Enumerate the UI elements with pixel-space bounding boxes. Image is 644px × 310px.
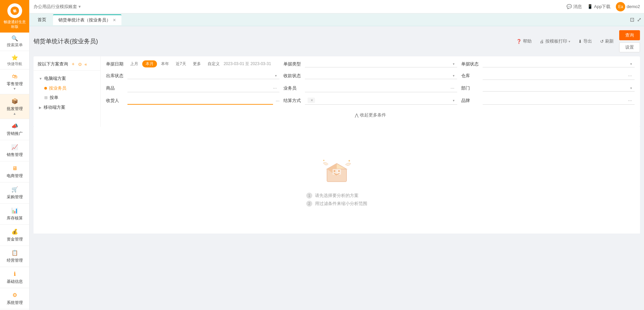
add-scheme-btn[interactable]: ＋: [71, 61, 75, 67]
tree-item-mobile-label: 移动端方案: [44, 104, 65, 110]
tip-text-1: 请先选择要分析的方案: [315, 193, 359, 199]
tab-sales-stats[interactable]: 销货单统计表（按业务员） ✕: [53, 14, 121, 25]
tree-item-mobile-arrow: ▶: [39, 106, 42, 109]
svg-point-7: [338, 170, 340, 172]
retail-icon: 🛍: [11, 73, 18, 80]
wholesale-icon: 📦: [11, 98, 18, 105]
settlement-tag-close[interactable]: ×: [311, 98, 313, 103]
sidebar-search-label: 搜索菜单: [7, 42, 23, 48]
tab-home[interactable]: 首页: [32, 15, 52, 25]
filter-doc-type: 单据类型 ▾: [283, 61, 457, 67]
user-profile[interactable]: Ea demo2: [616, 2, 640, 11]
system-icon: ⚙: [11, 292, 18, 299]
sidebar-item-sales[interactable]: 📈 销售管理: [0, 140, 29, 161]
warehouse-select[interactable]: ···: [483, 71, 635, 80]
collapse-btn[interactable]: ⋀ 收起更多条件: [351, 110, 390, 120]
date-btn-custom[interactable]: 自定义: [205, 60, 222, 67]
sidebar-item-purchase[interactable]: 🛒 采购管理: [0, 183, 29, 204]
query-button[interactable]: 查询: [619, 30, 640, 40]
tab-maximize-btn[interactable]: ⤢: [637, 16, 641, 23]
brand-select[interactable]: ···: [483, 96, 635, 105]
messages-label: 消息: [573, 4, 582, 10]
date-quick-btns: 上月 本月 本年 近7天 更多 自定义 2023-03-01 至 2023-03…: [127, 60, 271, 67]
warehouse-dots[interactable]: ···: [628, 73, 632, 78]
print-label: 按模板打印: [545, 38, 567, 44]
refresh-btn[interactable]: ↺ 刷新: [597, 37, 616, 46]
collect-status-select[interactable]: ▾: [305, 72, 457, 79]
help-btn[interactable]: ❓ 帮助: [514, 37, 534, 46]
brand-dots[interactable]: ···: [628, 98, 632, 103]
breadcrumb-text: 办公用品行业模拟账套: [34, 4, 77, 10]
user-name: demo2: [627, 4, 640, 9]
doc-status-select[interactable]: ▾: [483, 61, 635, 67]
settlement-select[interactable]: × ▾: [305, 96, 457, 105]
topnav-right: 💬 消息 📱 App下载 Ea demo2: [567, 2, 640, 11]
date-label: 单据日期: [106, 61, 125, 67]
sidebar-item-quick-nav[interactable]: ⭐ 快捷导航: [0, 51, 29, 69]
finance-label: 资金管理: [7, 237, 23, 242]
app-download-btn[interactable]: 📱 App下载: [587, 4, 610, 10]
dept-arrow: ▾: [630, 86, 632, 90]
breadcrumb-dropdown-icon[interactable]: ▾: [78, 4, 81, 9]
tree-item-pc[interactable]: ▼ 电脑端方案: [34, 73, 100, 84]
help-icon: ❓: [516, 39, 522, 44]
logo-text: 畅捷通好生意 标版: [2, 19, 27, 29]
date-btn-this-year[interactable]: 本年: [158, 60, 172, 67]
salesperson-select[interactable]: ···: [305, 84, 457, 92]
out-status-select[interactable]: ▾: [127, 72, 279, 79]
collapse-scheme-btn[interactable]: «: [85, 62, 87, 67]
ecommerce-label: 电商管理: [7, 173, 23, 179]
tree-child-by-salesperson[interactable]: 按业务员: [34, 84, 100, 93]
tab-close-btn[interactable]: ✕: [113, 18, 116, 22]
goods-select[interactable]: ···: [127, 84, 279, 92]
export-icon: ⬇: [578, 39, 582, 44]
date-btn-last-month[interactable]: 上月: [127, 60, 141, 67]
tree-item-mobile[interactable]: ▶ 移动端方案: [34, 102, 100, 112]
tree-child-order-label: 按单: [50, 95, 58, 101]
doc-type-select[interactable]: ▾: [305, 61, 457, 67]
settlement-label: 结算方式: [283, 98, 302, 104]
sidebar-item-system[interactable]: ⚙ 系统管理: [0, 288, 29, 309]
goods-label: 商品: [106, 85, 125, 91]
app-download-label: App下载: [594, 4, 610, 10]
salesperson-dots[interactable]: ···: [450, 85, 454, 91]
empty-tips: 1 请先选择要分析的方案 2 用过滤条件来缩小分析范围: [306, 193, 367, 207]
sidebar-item-wholesale[interactable]: 📦 批发管理 ▲: [0, 94, 29, 119]
goods-dots[interactable]: ···: [273, 85, 277, 91]
print-dropdown-icon: ▾: [569, 40, 570, 43]
print-btn[interactable]: 🖨 按模板打印 ▾: [537, 37, 573, 46]
settings-button[interactable]: 设置: [619, 42, 640, 52]
sidebar-item-search[interactable]: 🔍 搜索菜单: [0, 33, 29, 51]
basic-info-label: 基础信息: [7, 279, 23, 285]
sidebar-item-marketing[interactable]: 📣 营销推广: [0, 119, 29, 140]
print-icon: 🖨: [540, 39, 544, 44]
filter-receiver: 收货人 ···: [106, 96, 279, 105]
receiver-input[interactable]: [127, 96, 273, 105]
sidebar-item-ecommerce[interactable]: 🖥 电商管理: [0, 161, 29, 183]
sidebar-item-operations[interactable]: 📋 经营管理: [0, 246, 29, 267]
scheme-header: 按以下方案查询 ＋ ⊙ «: [34, 59, 100, 69]
sidebar-item-inventory[interactable]: 📊 库存核算: [0, 204, 29, 225]
sidebar-item-basic-info[interactable]: ℹ 基础信息: [0, 267, 29, 288]
edit-scheme-btn[interactable]: ⊙: [78, 62, 82, 67]
filter-collect-status: 收款状态 ▾: [283, 72, 457, 79]
date-btn-7days[interactable]: 近7天: [173, 60, 189, 67]
inventory-icon: 📊: [11, 207, 18, 214]
messages-btn[interactable]: 💬 消息: [567, 4, 582, 10]
date-btn-this-month[interactable]: 本月: [142, 60, 157, 67]
sidebar-item-finance[interactable]: 💰 资金管理: [0, 225, 29, 246]
receiver-label: 收货人: [106, 98, 125, 104]
dept-select[interactable]: ▾: [483, 85, 635, 92]
receiver-dots[interactable]: ···: [276, 98, 280, 103]
empty-illustration: ✦ ✦: [320, 154, 354, 187]
export-btn[interactable]: ⬇ 导出: [576, 37, 595, 46]
sidebar-item-retail[interactable]: 🛍 零售管理 ▼: [0, 69, 29, 94]
logo-icon: 畅: [7, 3, 22, 18]
tree-child-by-order[interactable]: ⊞ 按单: [34, 93, 100, 102]
collapse-row: ⋀ 收起更多条件: [106, 109, 635, 123]
help-label: 帮助: [523, 38, 532, 44]
logo[interactable]: 畅 畅捷通好生意 标版: [0, 0, 29, 33]
date-btn-more[interactable]: 更多: [190, 60, 204, 67]
tab-restore-btn[interactable]: ⊡: [630, 16, 634, 23]
svg-point-6: [334, 170, 335, 172]
